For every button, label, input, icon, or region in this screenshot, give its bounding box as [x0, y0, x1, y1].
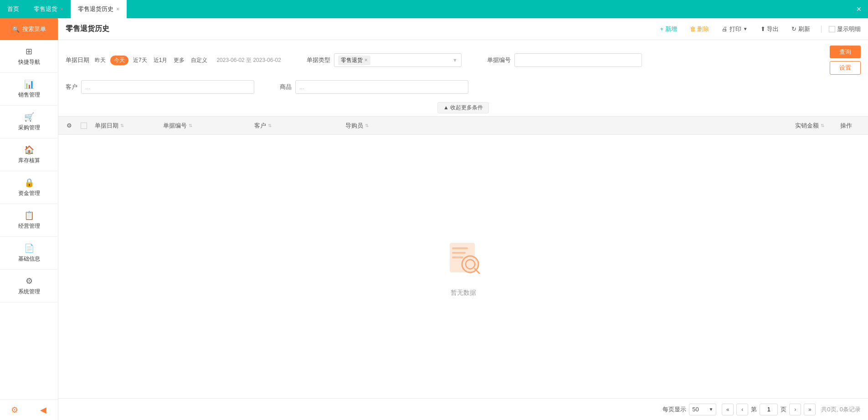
- doc-number-input[interactable]: [514, 53, 642, 67]
- operations-icon: 📋: [24, 210, 34, 220]
- th-guide[interactable]: 导购员 ⇅: [342, 122, 773, 130]
- doc-type-select[interactable]: 零售退货 × ▼: [334, 53, 462, 67]
- date-more[interactable]: 更多: [172, 56, 186, 65]
- sidebar-item-operations[interactable]: 📋 经营管理: [0, 204, 58, 237]
- filter-date: 单据日期 昨天 今天 近7天 近1月 更多 自定义: [66, 56, 209, 65]
- tab-retail-return-history-close[interactable]: ×: [116, 6, 119, 12]
- collapse-icon: ◀: [40, 405, 46, 415]
- date-yesterday[interactable]: 昨天: [93, 56, 108, 65]
- page-next-button[interactable]: ›: [789, 404, 801, 415]
- sidebar-item-purchase[interactable]: 🛒 采购管理: [0, 106, 58, 138]
- empty-state: 暂无数据: [58, 135, 868, 398]
- page-total: 共0页, 0条记录: [821, 405, 861, 414]
- customer-input[interactable]: ...: [81, 80, 254, 94]
- system-icon: ⚙: [26, 276, 33, 286]
- doc-type-tag: 零售退货 ×: [338, 56, 370, 65]
- tab-home[interactable]: 首页: [0, 0, 26, 18]
- th-date[interactable]: 单据日期 ⇅: [91, 122, 159, 130]
- date-last1m[interactable]: 近1月: [152, 56, 169, 65]
- select-all-checkbox[interactable]: [81, 123, 87, 129]
- table-settings-icon: ⚙: [67, 122, 72, 129]
- sort-customer-icon: ⇅: [268, 123, 272, 128]
- sort-guide-icon: ⇅: [365, 123, 369, 128]
- svg-rect-1: [452, 247, 468, 249]
- sort-date-icon: ⇅: [120, 123, 124, 128]
- sidebar-search[interactable]: 🔍 搜索菜单: [0, 18, 58, 40]
- page-first-button[interactable]: «: [722, 404, 734, 415]
- show-detail-checkbox[interactable]: 显示明细: [829, 25, 861, 33]
- basic-info-icon: 📄: [24, 243, 34, 253]
- sidebar-bottom: ⚙ ◀: [0, 400, 58, 420]
- delete-button[interactable]: 🗑 删除: [686, 23, 713, 35]
- th-settings[interactable]: ⚙: [62, 122, 77, 129]
- table-header: ⚙ 单据日期 ⇅ 单据编号 ⇅ 客户 ⇅ 导购员: [58, 117, 868, 135]
- filter-goods: 商品 ...: [280, 80, 468, 94]
- tab-retail-return[interactable]: 零售退货 ×: [26, 0, 71, 18]
- filter-customer: 客户 ...: [66, 80, 254, 94]
- purchase-icon: 🛒: [24, 112, 34, 122]
- page-last-button[interactable]: »: [804, 404, 816, 415]
- header-actions: + 新增 🗑 删除 🖨 打印 ▼ ⬆ 导出 ↻ 刷新 显: [656, 23, 861, 35]
- tab-retail-return-close[interactable]: ×: [60, 6, 63, 12]
- date-range-display: 2023-06-02 至 2023-06-02: [216, 56, 281, 64]
- main-layout: 🔍 搜索菜单 ⊞ 快捷导航 📊 销售管理 🛒 采购管理 🏠 库存核算 🔒 资金管…: [0, 18, 868, 420]
- th-action: 操作: [828, 122, 864, 130]
- goods-input[interactable]: ...: [295, 80, 468, 94]
- th-number[interactable]: 单据编号 ⇅: [159, 122, 251, 130]
- inventory-icon: 🏠: [24, 145, 34, 155]
- sidebar-item-basic-info[interactable]: 📄 基础信息: [0, 237, 58, 270]
- page-title: 零售退货历史: [66, 24, 109, 34]
- filter-doc-type: 单据类型 零售退货 × ▼: [307, 53, 462, 67]
- date-last7[interactable]: 近7天: [131, 56, 149, 65]
- page-number-input[interactable]: [760, 404, 778, 415]
- pagination: 每页显示 50 ▼ « ‹ 第 页 › » 共0页, 0条记录: [58, 398, 868, 420]
- sidebar-item-finance[interactable]: 🔒 资金管理: [0, 171, 58, 204]
- sidebar-collapse-button[interactable]: ◀: [29, 400, 58, 420]
- search-icon: 🔍: [12, 26, 20, 33]
- query-button[interactable]: 查询: [830, 46, 861, 58]
- page-header: 零售退货历史 + 新增 🗑 删除 🖨 打印 ▼ ⬆ 导出 ↻ 刷新: [58, 18, 868, 40]
- filter-row-2: 客户 ... 商品 ...: [66, 80, 861, 94]
- export-button[interactable]: ⬆ 导出: [757, 23, 783, 35]
- filter-area: 单据日期 昨天 今天 近7天 近1月 更多 自定义 2023-06-02 至 2…: [58, 40, 868, 117]
- set-button[interactable]: 设置: [830, 61, 861, 75]
- th-amount[interactable]: 实销金额 ⇅: [773, 122, 828, 130]
- sidebar-item-inventory[interactable]: 🏠 库存核算: [0, 138, 58, 171]
- top-bar: 首页 零售退货 × 零售退货历史 × ×: [0, 0, 868, 18]
- doc-type-tags: 零售退货 ×: [338, 56, 452, 65]
- quick-nav-icon: ⊞: [26, 46, 32, 56]
- tab-retail-return-history[interactable]: 零售退货历史 ×: [71, 0, 127, 18]
- sort-amount-icon: ⇅: [821, 123, 824, 128]
- page-nav: « ‹ 第 页 › »: [722, 404, 816, 415]
- page-size-dropdown-icon: ▼: [709, 407, 713, 412]
- doc-type-tag-close[interactable]: ×: [365, 57, 368, 63]
- page-size-select-box[interactable]: 50 ▼: [689, 404, 716, 415]
- page-size-selector: 每页显示 50 ▼: [663, 404, 716, 415]
- sidebar-item-system[interactable]: ⚙ 系统管理: [0, 270, 58, 302]
- date-custom[interactable]: 自定义: [189, 56, 209, 65]
- print-button[interactable]: 🖨 打印 ▼: [718, 23, 751, 35]
- sales-icon: 📊: [24, 79, 34, 89]
- sidebar-item-quick-nav[interactable]: ⊞ 快捷导航: [0, 40, 58, 73]
- svg-rect-3: [452, 256, 463, 258]
- query-buttons: 查询 设置: [830, 46, 861, 75]
- table-area: ⚙ 单据日期 ⇅ 单据编号 ⇅ 客户 ⇅ 导购员: [58, 117, 868, 398]
- tab-list: 首页 零售退货 × 零售退货历史 ×: [0, 0, 850, 18]
- print-dropdown-icon: ▼: [743, 26, 748, 31]
- refresh-button[interactable]: ↻ 刷新: [788, 23, 814, 35]
- window-close-button[interactable]: ×: [850, 0, 868, 18]
- th-checkbox[interactable]: [77, 123, 91, 129]
- sidebar-settings-button[interactable]: ⚙: [0, 400, 29, 420]
- collapse-button[interactable]: ▲ 收起更多条件: [437, 102, 489, 113]
- content-area: 零售退货历史 + 新增 🗑 删除 🖨 打印 ▼ ⬆ 导出 ↻ 刷新: [58, 18, 868, 420]
- sidebar-item-sales[interactable]: 📊 销售管理: [0, 73, 58, 106]
- page-prev-button[interactable]: ‹: [736, 404, 748, 415]
- finance-icon: 🔒: [24, 178, 34, 188]
- new-button[interactable]: + 新增: [656, 23, 680, 35]
- th-customer[interactable]: 客户 ⇅: [251, 122, 342, 130]
- sidebar: 🔍 搜索菜单 ⊞ 快捷导航 📊 销售管理 🛒 采购管理 🏠 库存核算 🔒 资金管…: [0, 18, 58, 420]
- show-detail-checkbox-box[interactable]: [829, 26, 835, 32]
- collapse-row: ▲ 收起更多条件: [66, 99, 861, 116]
- date-today[interactable]: 今天: [110, 56, 128, 65]
- doc-type-dropdown-icon: ▼: [452, 57, 457, 63]
